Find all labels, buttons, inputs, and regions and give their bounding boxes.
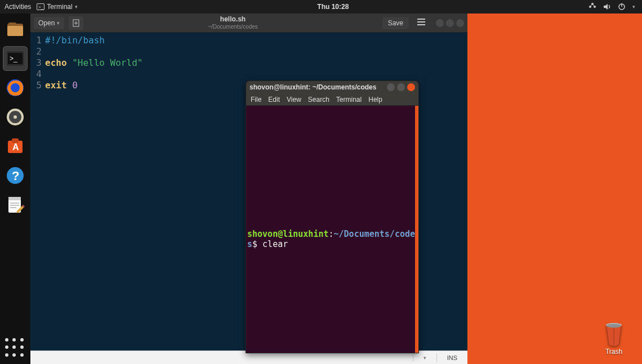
- app-menu-label: Terminal: [47, 3, 72, 11]
- terminal-glyph-icon: >_: [37, 3, 44, 10]
- svg-point-36: [607, 324, 621, 328]
- menu-terminal[interactable]: Terminal: [336, 96, 362, 104]
- dock-terminal[interactable]: >_: [3, 46, 28, 71]
- terminal-scrollbar[interactable]: [415, 106, 418, 353]
- dock-text-editor[interactable]: [3, 192, 28, 217]
- text-editor-icon: [5, 195, 25, 215]
- dock-firefox[interactable]: [3, 75, 28, 100]
- new-document-icon: [72, 19, 80, 27]
- trash-icon: [603, 322, 625, 347]
- activities-button[interactable]: Activities: [5, 3, 31, 11]
- code-line[interactable]: [45, 69, 467, 80]
- network-icon[interactable]: [588, 3, 596, 11]
- svg-point-18: [14, 115, 17, 119]
- clock[interactable]: Thu 10:28: [78, 3, 588, 11]
- menu-view[interactable]: View: [287, 96, 301, 104]
- trash-label: Trash: [605, 348, 622, 356]
- line-number: 2: [30, 46, 42, 57]
- trash-desktop-icon[interactable]: Trash: [603, 322, 625, 356]
- code-line[interactable]: [45, 46, 467, 57]
- line-number: 3: [30, 57, 42, 69]
- open-button-label: Open: [38, 19, 55, 27]
- dock: >_ A ?: [0, 14, 30, 364]
- gedit-headerbar: Open ▾ hello.sh ~/Documents/codes Save: [30, 14, 467, 33]
- line-number: 5: [30, 80, 42, 91]
- gedit-filename: hello.sh: [88, 16, 377, 23]
- menu-help[interactable]: Help: [368, 96, 382, 104]
- files-icon: [5, 19, 25, 39]
- power-icon[interactable]: [618, 3, 626, 11]
- window-close-button[interactable]: [407, 83, 415, 91]
- firefox-icon: [5, 78, 25, 98]
- dock-software[interactable]: A: [3, 134, 28, 159]
- save-button[interactable]: Save: [382, 17, 409, 29]
- terminal-icon: >_: [5, 48, 25, 69]
- app-menu[interactable]: >_ Terminal ▾: [37, 3, 77, 11]
- menu-file[interactable]: File: [251, 96, 261, 104]
- typed-command: clear: [262, 239, 288, 249]
- svg-point-15: [11, 83, 20, 92]
- statusbar-insert-mode[interactable]: INS: [436, 353, 467, 362]
- statusbar-dropdown[interactable]: ▾: [413, 354, 436, 362]
- gedit-title: hello.sh ~/Documents/codes: [88, 16, 377, 29]
- rhythmbox-icon: [5, 107, 25, 127]
- code-line[interactable]: #!/bin/bash: [45, 35, 467, 46]
- line-number-gutter: 12345: [30, 33, 44, 350]
- window-maximize-button[interactable]: [446, 19, 454, 27]
- chevron-down-icon: ▾: [423, 355, 426, 361]
- terminal-body[interactable]: shovon@linuxhint:~/Documents/codes$ clea…: [246, 106, 418, 353]
- terminal-title: shovon@linuxhint: ~/Documents/codes: [249, 83, 387, 91]
- prompt-user: shovon@linuxhint: [247, 229, 329, 239]
- line-number: 1: [30, 35, 42, 46]
- svg-rect-25: [8, 197, 21, 200]
- terminal-prompt-line: shovon@linuxhint:~/Documents/codes$ clea…: [247, 229, 417, 249]
- software-icon: A: [5, 136, 25, 156]
- chevron-down-icon: ▾: [57, 20, 60, 26]
- dock-help[interactable]: ?: [3, 163, 28, 188]
- terminal-menubar: FileEditViewSearchTerminalHelp: [246, 93, 418, 106]
- window-minimize-button[interactable]: [436, 19, 444, 27]
- chevron-down-icon: ▾: [75, 4, 78, 10]
- system-tray[interactable]: ▾: [588, 3, 642, 11]
- terminal-window: shovon@linuxhint: ~/Documents/codes File…: [246, 80, 419, 353]
- hamburger-menu-button[interactable]: [413, 16, 429, 30]
- code-line[interactable]: echo "Hello World": [45, 57, 467, 69]
- chevron-down-icon: ▾: [632, 4, 635, 10]
- help-icon: ?: [5, 165, 25, 186]
- svg-rect-10: [8, 23, 16, 26]
- svg-text:>_: >_: [38, 5, 44, 10]
- svg-text:A: A: [12, 142, 19, 152]
- svg-text:?: ?: [12, 169, 19, 183]
- terminal-titlebar[interactable]: shovon@linuxhint: ~/Documents/codes: [246, 81, 418, 93]
- line-number: 4: [30, 69, 42, 80]
- window-close-button[interactable]: [456, 19, 464, 27]
- show-applications-button[interactable]: [5, 338, 25, 358]
- volume-icon[interactable]: [603, 3, 611, 11]
- menu-search[interactable]: Search: [308, 96, 329, 104]
- window-maximize-button[interactable]: [397, 83, 405, 91]
- open-button[interactable]: Open ▾: [34, 17, 64, 29]
- svg-rect-9: [7, 26, 23, 36]
- dock-rhythmbox[interactable]: [3, 105, 28, 129]
- window-minimize-button[interactable]: [387, 83, 395, 91]
- menu-edit[interactable]: Edit: [268, 96, 280, 104]
- new-tab-button[interactable]: [69, 16, 83, 30]
- svg-text:>_: >_: [10, 55, 17, 62]
- gedit-filepath: ~/Documents/codes: [88, 24, 377, 30]
- dock-files[interactable]: [3, 17, 28, 42]
- hamburger-icon: [417, 18, 426, 26]
- gnome-topbar: Activities >_ Terminal ▾ Thu 10:28 ▾: [0, 0, 642, 14]
